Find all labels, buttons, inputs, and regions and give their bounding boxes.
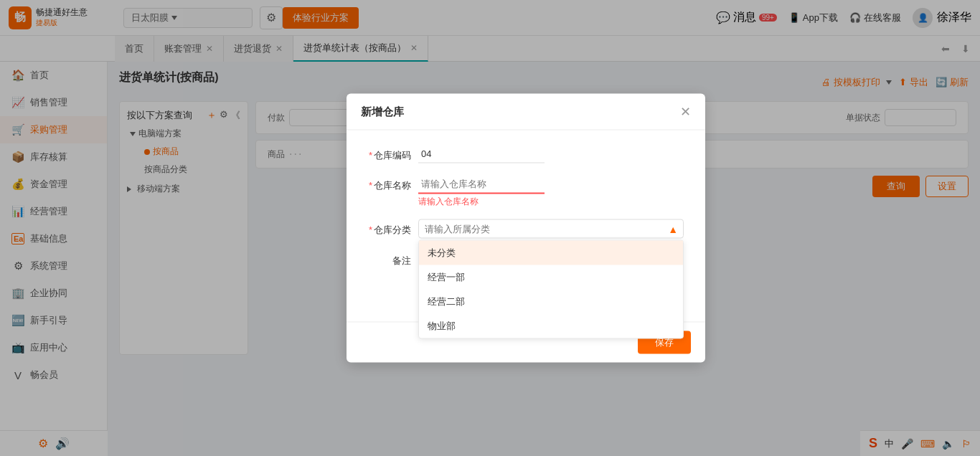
dropdown-option-dept2[interactable]: 经营二部 — [419, 290, 683, 314]
modal-title: 新增仓库 — [361, 105, 404, 118]
dropdown-option-dept1[interactable]: 经营一部 — [419, 265, 683, 290]
warehouse-name-row: *仓库名称 请输入仓库名称 — [368, 175, 684, 208]
modal-close-button[interactable]: ✕ — [680, 104, 691, 120]
dropdown-option-property[interactable]: 物业部 — [419, 314, 683, 338]
warehouse-code-input[interactable] — [418, 145, 545, 163]
modal-header: 新增仓库 ✕ — [347, 94, 705, 130]
warehouse-category-field: ▲ 未分类 经营一部 经营二部 物业部 — [418, 219, 684, 239]
warehouse-code-row: *仓库编码 — [368, 145, 684, 163]
category-dropdown-arrow-icon[interactable]: ▲ — [668, 223, 678, 234]
warehouse-name-input[interactable] — [418, 175, 545, 194]
note-label: 备注 — [368, 250, 411, 267]
warehouse-code-label: *仓库编码 — [368, 145, 411, 162]
warehouse-name-error: 请输入仓库名称 — [418, 196, 684, 208]
warehouse-name-field: 请输入仓库名称 — [418, 175, 684, 208]
category-dropdown-menu: 未分类 经营一部 经营二部 物业部 — [418, 240, 684, 339]
dropdown-option-none[interactable]: 未分类 — [419, 241, 683, 265]
warehouse-name-label: *仓库名称 — [368, 175, 411, 192]
warehouse-category-row: *仓库分类 ▲ 未分类 经营一部 经营二部 物业部 — [368, 219, 684, 239]
warehouse-category-label: *仓库分类 — [368, 219, 411, 237]
add-warehouse-modal: 新增仓库 ✕ *仓库编码 *仓库名称 请输入仓库名称 *仓库分类 — [347, 94, 705, 363]
modal-body: *仓库编码 *仓库名称 请输入仓库名称 *仓库分类 ▲ — [347, 130, 705, 322]
warehouse-category-input[interactable] — [418, 219, 684, 239]
warehouse-code-field — [418, 145, 684, 163]
